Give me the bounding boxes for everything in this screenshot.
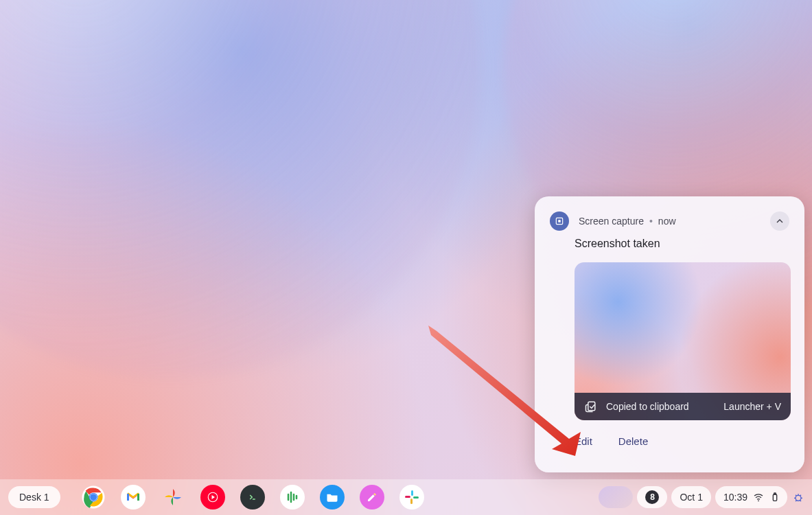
clipboard-bar: Copied to clipboard Launcher + V [575, 393, 791, 420]
copied-text: Copied to clipboard [606, 401, 689, 412]
notification-count-pill[interactable]: 8 [637, 486, 667, 508]
shelf: Desk 1 [0, 479, 812, 515]
svg-rect-9 [137, 494, 139, 501]
notification-actions: Edit Delete [535, 420, 804, 447]
shelf-status-area: 8 Oct 1 10:39 [599, 486, 804, 508]
svg-point-20 [796, 495, 801, 501]
svg-rect-2 [588, 402, 595, 411]
notification-time: now [658, 216, 676, 227]
svg-rect-8 [127, 494, 129, 501]
notification-title: Screenshot taken [535, 231, 804, 250]
status-tray[interactable]: 10:39 [715, 486, 787, 508]
svg-rect-13 [411, 490, 413, 496]
holding-space[interactable] [599, 486, 633, 508]
chevron-up-icon [774, 216, 785, 227]
battery-icon [769, 492, 780, 503]
clipboard-icon [584, 400, 598, 413]
files-icon[interactable] [320, 485, 345, 510]
canvas-icon[interactable] [360, 485, 384, 510]
delete-button[interactable]: Delete [618, 435, 648, 447]
date-text: Oct 1 [680, 492, 702, 503]
wifi-icon [753, 492, 764, 503]
svg-point-17 [758, 500, 759, 501]
feedback-icon[interactable] [793, 492, 804, 503]
photos-icon[interactable] [161, 485, 185, 510]
svg-point-7 [90, 494, 97, 501]
chrome-icon[interactable] [81, 485, 106, 510]
desk-switcher[interactable]: Desk 1 [8, 486, 60, 508]
collapse-button[interactable] [770, 211, 789, 231]
screenshot-notification: Screen capture • now Screenshot taken Co… [535, 196, 804, 472]
terminal-icon[interactable] [240, 485, 265, 510]
bullet-separator: • [649, 216, 653, 227]
notification-header: Screen capture • now [535, 196, 804, 231]
edit-button[interactable]: Edit [575, 435, 592, 447]
svg-marker-11 [211, 495, 215, 499]
svg-rect-16 [405, 496, 410, 498]
desk-label: Desk 1 [19, 492, 49, 503]
svg-rect-1 [558, 220, 561, 222]
screen-capture-icon [550, 211, 569, 231]
notification-app-name: Screen capture [579, 216, 644, 227]
date-pill[interactable]: Oct 1 [671, 486, 710, 508]
slack-icon[interactable] [399, 485, 424, 510]
notification-count-badge: 8 [645, 490, 659, 504]
voice-icon[interactable] [280, 485, 305, 510]
wallpaper-bubble [0, 0, 480, 378]
svg-rect-15 [410, 499, 413, 504]
notification-source: Screen capture • now [579, 216, 761, 227]
time-text: 10:39 [723, 492, 747, 503]
svg-rect-19 [774, 493, 776, 494]
svg-rect-14 [413, 496, 419, 499]
youtube-music-icon[interactable] [200, 485, 225, 510]
screenshot-preview[interactable]: Copied to clipboard Launcher + V [575, 262, 791, 420]
svg-rect-18 [773, 494, 776, 501]
shelf-apps [81, 485, 424, 510]
gmail-icon[interactable] [121, 485, 146, 510]
shortcut-hint: Launcher + V [723, 401, 781, 412]
